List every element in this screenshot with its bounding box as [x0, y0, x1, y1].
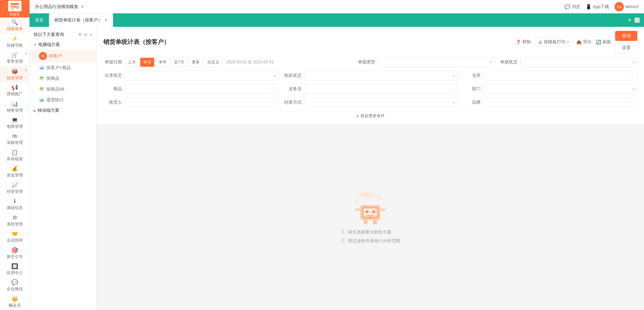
sidebar-item-operation[interactable]: 📈 经营管理 [0, 180, 30, 196]
retail-arrow: ▾ [25, 52, 27, 55]
scheme-group-pc-title[interactable]: ▼ 电脑端方案 [30, 40, 96, 50]
receiver-select[interactable]: ··· [125, 97, 279, 107]
scheme-chart2-icon [39, 97, 44, 103]
doc-status-label: 单据状态 [499, 59, 518, 65]
filter-doc-type-col: 单据类型 ▾ [357, 57, 495, 67]
goods-select[interactable]: ··· [125, 84, 279, 94]
member-icon: 👑 [11, 296, 18, 302]
help-button[interactable]: ❓ 帮助 [516, 39, 531, 45]
tab-sales-stat[interactable]: 销货单统计表（按客户） ✕ [49, 13, 113, 27]
scheme-item-return-stat[interactable]: 退货统计 [30, 95, 96, 105]
enterprise-icon: 🤝 [11, 230, 18, 237]
sidebar-item-ecommerce[interactable]: 💻 电商管理 [0, 115, 30, 131]
sidebar-item-shortcuts[interactable]: ⚡ 快捷导航 [0, 34, 30, 50]
doc-status-select[interactable]: ▾ [520, 57, 637, 67]
warehouse-select[interactable]: ··· [483, 70, 637, 81]
scheme-panel: 按以下方案查询 + ⊙ « ▼ 电脑端方案 按 按客户 [30, 27, 97, 310]
sidebar-item-basic[interactable]: ℹ 基础信息 [0, 196, 30, 212]
pc-group-arrow-icon: ▼ [34, 43, 37, 47]
sidebar-item-app-center[interactable]: 🔲 应用中心 [0, 261, 30, 277]
date-btn-last-month[interactable]: 上月 [125, 58, 139, 67]
svg-rect-10 [40, 78, 43, 79]
maximize-window-icon[interactable]: ⬜ [634, 17, 640, 23]
brand-label: 品牌 [462, 99, 481, 105]
date-btn-last-7[interactable]: 近7天 [171, 58, 187, 67]
operation-icon: 📈 [11, 182, 18, 188]
out-status-select[interactable]: ▾ [125, 70, 279, 81]
settings-button[interactable]: 设置 [615, 42, 637, 53]
receiver-label: 收货人 [103, 99, 122, 105]
settlement-label: 结算方式 [283, 99, 302, 105]
inventory-icon: 📋 [11, 149, 18, 156]
collapse-more-conditions[interactable]: ∧ 收起更多条件 [103, 111, 637, 121]
empty-tip-1: 1 请先选择要分析的方案 [340, 229, 400, 235]
export-button[interactable]: 📤 导出 [576, 39, 592, 45]
query-button[interactable]: 查询 [615, 31, 637, 41]
sidebar-item-search[interactable]: 🔍 搜索菜单 [0, 17, 30, 34]
brand-select[interactable]: ··· [483, 97, 637, 107]
print-button[interactable]: 🖨 按模板打印 ▾ [535, 38, 572, 46]
svg-rect-7 [42, 66, 43, 69]
scheme-item-by-goods-99[interactable]: 按商品99 [30, 84, 96, 95]
wholesale-arrow: ▴ [25, 68, 27, 71]
sidebar-item-enterprise[interactable]: 🤝 企业协同 [0, 229, 30, 245]
scheme-item-by-customer-goods[interactable]: 按客户+商品 [30, 62, 96, 73]
payment-status-select[interactable]: ▾ [304, 70, 458, 81]
purchase-icon: 🛍 [12, 133, 17, 139]
date-label: 单据日期 [103, 59, 122, 65]
sidebar-item-sales[interactable]: 📊 销售管理 [0, 99, 30, 115]
scheme-collapse-button[interactable]: « [90, 32, 92, 37]
basic-icon: ℹ [14, 198, 16, 204]
sidebar-item-member[interactable]: 👑 畅会员 [0, 294, 30, 310]
tab-home[interactable]: 首页 [30, 13, 49, 27]
sidebar-item-marketing[interactable]: 📢 营销推广 [0, 83, 30, 99]
user-menu[interactable]: Ea demo2 [614, 2, 639, 11]
main-area: 销货单统计表（按客户） ❓ 帮助 🖨 按模板打印 ▾ 📤 [97, 27, 644, 310]
sidebar-item-system[interactable]: ⚙ 系统管理 [0, 212, 30, 228]
message-button[interactable]: 💬 消息 [565, 4, 580, 10]
sidebar: 畅 标题页 🔍 搜索菜单 ⚡ 快捷导航 🛒 零售管理 ▾ 📦 批发管理 ▴ 📢 … [0, 0, 30, 310]
header-dropdown-icon[interactable]: ▾ [81, 4, 84, 9]
page-title-row: 销货单统计表（按客户） ❓ 帮助 🖨 按模板打印 ▾ 📤 [103, 31, 637, 53]
goods-dots-icon: ··· [270, 86, 276, 92]
scheme-group-mobile-title[interactable]: ▶ 移动端方案 [30, 105, 96, 115]
scheme-panel-title: 按以下方案查询 [34, 32, 64, 38]
logo-icon: 畅 [8, 1, 21, 11]
filter-row-2: 出库状态 ▾ 收款状态 ▾ [103, 70, 637, 81]
message-icon: 💬 [565, 4, 570, 9]
scheme-item-by-customer[interactable]: 按 按客户 [30, 50, 96, 62]
department-select[interactable]: ▾ [483, 84, 637, 94]
svg-rect-29 [373, 220, 377, 224]
active-scheme-icon: 按 [39, 52, 47, 60]
scheme-settings-button[interactable]: ⊙ [84, 32, 88, 37]
date-button-group: 上月 本月 本年 近7天 更多 自定义 [125, 58, 222, 67]
sidebar-item-newbie[interactable]: 🎯 新手引导 [0, 245, 30, 261]
sidebar-item-wholesale[interactable]: 📦 批发管理 ▴ [0, 66, 30, 82]
payment-status-dropdown-icon: ▾ [453, 74, 455, 78]
sidebar-item-finance[interactable]: 💰 资金管理 [0, 164, 30, 180]
department-dropdown-icon: ▾ [633, 87, 634, 91]
date-btn-this-month[interactable]: 本月 [140, 58, 154, 67]
close-window-icon[interactable]: ✕ [628, 17, 632, 23]
refresh-button[interactable]: 🔄 刷新 [596, 39, 611, 45]
svg-point-25 [372, 210, 375, 213]
doc-type-label: 单据类型 [357, 59, 375, 65]
tab-close-button[interactable]: ✕ [104, 18, 108, 22]
salesman-select[interactable]: ··· [304, 84, 458, 94]
sidebar-item-wechat[interactable]: 💬 企业微信 [0, 277, 30, 294]
date-btn-custom[interactable]: 自定义 [204, 58, 222, 67]
sidebar-item-inventory[interactable]: 📋 库存核算 [0, 148, 30, 164]
sidebar-item-retail[interactable]: 🛒 零售管理 ▾ [0, 50, 30, 66]
scheme-table2-icon [39, 87, 44, 92]
scheme-add-button[interactable]: + [78, 32, 82, 38]
scheme-item-by-goods[interactable]: 按商品 [30, 73, 96, 84]
finance-icon: 💰 [11, 165, 18, 172]
date-btn-this-year[interactable]: 本年 [156, 58, 170, 67]
app-download-button[interactable]: 📱 App下载 [586, 4, 609, 10]
date-btn-more[interactable]: 更多 [189, 58, 203, 67]
sidebar-item-purchase[interactable]: 🛍 采购管理 [0, 131, 30, 147]
settlement-select[interactable]: ▾ [304, 97, 458, 107]
payment-status-label: 收款状态 [283, 72, 302, 79]
app-download-icon: 📱 [586, 4, 591, 9]
doc-type-select[interactable]: ▾ [378, 57, 495, 67]
